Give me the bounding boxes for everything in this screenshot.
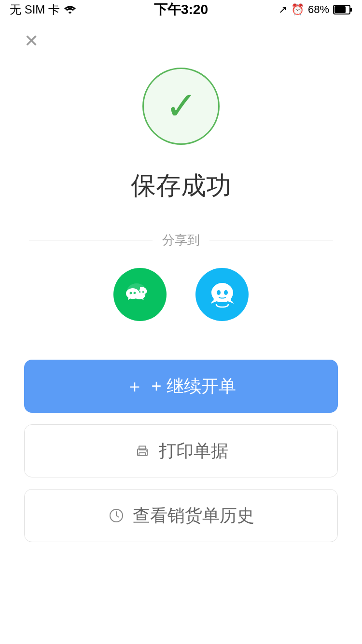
wifi-icon: [64, 5, 76, 14]
svg-rect-8: [139, 453, 146, 456]
svg-point-9: [146, 450, 148, 452]
history-button[interactable]: 查看销货单历史: [24, 489, 338, 542]
share-section: 分享到: [0, 232, 362, 321]
plus-icon: ＋: [126, 375, 143, 398]
svg-rect-1: [350, 8, 352, 12]
divider-left: [29, 240, 153, 240]
no-sim-text: 无 SIM 卡: [10, 2, 60, 17]
qq-icon: [207, 279, 238, 310]
battery-text: 68%: [308, 3, 329, 16]
checkmark-icon: ✓: [165, 87, 197, 126]
main-content: ✓ 保存成功 分享到: [0, 19, 362, 542]
status-time: 下午3:20: [154, 0, 208, 19]
success-circle: ✓: [142, 68, 220, 145]
success-title: 保存成功: [131, 169, 231, 203]
wechat-share-button[interactable]: [113, 268, 167, 321]
battery-icon: [333, 4, 352, 15]
status-right: ↗ ⏰ 68%: [278, 3, 352, 16]
print-label: 打印单据: [159, 439, 228, 463]
divider-right: [209, 240, 333, 240]
continue-label: + 继续开单: [151, 375, 236, 398]
history-label: 查看销货单历史: [133, 504, 254, 528]
svg-rect-2: [334, 6, 346, 13]
status-bar: 无 SIM 卡 下午3:20 ↗ ⏰ 68%: [0, 0, 362, 19]
share-icons: [113, 268, 249, 321]
share-label: 分享到: [153, 232, 209, 249]
clock-icon: [108, 507, 125, 524]
svg-point-5: [224, 290, 228, 295]
action-buttons: ＋ + 继续开单 打印单据 查看销货单历史: [0, 360, 362, 542]
alarm-icon: ⏰: [291, 3, 304, 16]
status-left: 无 SIM 卡: [10, 2, 76, 17]
close-button[interactable]: ✕: [19, 29, 43, 53]
qq-share-button[interactable]: [195, 268, 249, 321]
svg-point-4: [217, 290, 221, 295]
print-icon: [134, 442, 151, 460]
close-icon: ✕: [24, 31, 39, 51]
location-icon: ↗: [278, 3, 287, 16]
wechat-icon: [123, 278, 157, 311]
continue-button[interactable]: ＋ + 继续开单: [24, 360, 338, 413]
share-divider: 分享到: [0, 232, 362, 249]
print-button[interactable]: 打印单据: [24, 424, 338, 477]
